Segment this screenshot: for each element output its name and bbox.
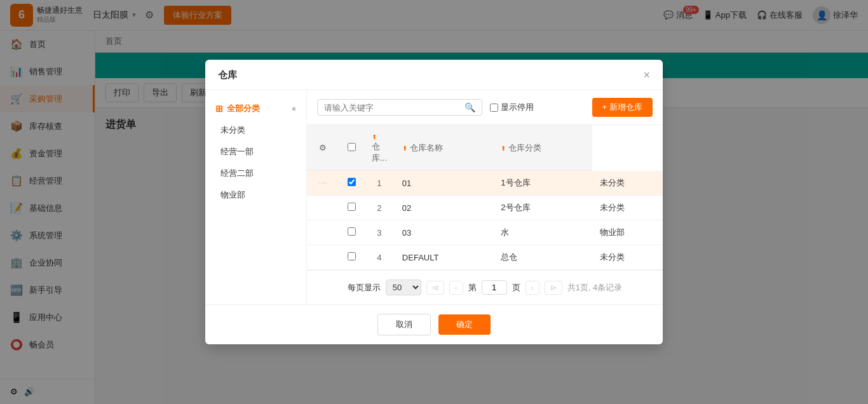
col-header-code: ⬆仓库... bbox=[364, 125, 395, 171]
modal-body: ⊞ 全部分类 « 未分类 经营一部 经营二部 物业部 🔍 bbox=[205, 90, 663, 304]
page-number-input[interactable] bbox=[482, 280, 507, 295]
category-item-ops2[interactable]: 经营二部 bbox=[205, 163, 306, 184]
confirm-button[interactable]: 确定 bbox=[438, 314, 491, 335]
page-last-button[interactable]: ⊳ bbox=[545, 281, 562, 295]
table-header-row: ⚙ ⬆仓库... ⬆仓库名称 bbox=[307, 125, 663, 171]
show-disabled-checkbox[interactable] bbox=[490, 104, 498, 112]
pagination: 每页显示 50 10 20 100 ⊲ ‹ 第 页 › ⊳ 共1页, 4条记录 bbox=[307, 270, 663, 304]
row-check-0[interactable] bbox=[339, 171, 364, 196]
table-panel: 🔍 显示停用 + 新增仓库 ⚙ bbox=[307, 90, 663, 304]
row-num-3: 4 bbox=[364, 245, 395, 270]
sort-icon-name: ⬆ bbox=[402, 145, 407, 152]
row-category-2: 物业部 bbox=[592, 220, 663, 245]
page-next-button[interactable]: › bbox=[526, 281, 539, 295]
add-warehouse-button[interactable]: + 新增仓库 bbox=[592, 98, 653, 117]
row-num-1: 2 bbox=[364, 196, 395, 220]
warehouse-modal: 仓库 × ⊞ 全部分类 « 未分类 经营一部 经营二部 物业部 bbox=[205, 60, 663, 344]
page-first-button[interactable]: ⊲ bbox=[426, 281, 444, 295]
row-check-2[interactable] bbox=[339, 220, 364, 245]
table-row[interactable]: 4 DEFAULT 总仓 未分类 bbox=[307, 245, 663, 270]
table-row[interactable]: 2 02 2号仓库 未分类 bbox=[307, 196, 663, 220]
modal-overlay[interactable]: 仓库 × ⊞ 全部分类 « 未分类 经营一部 经营二部 物业部 bbox=[0, 0, 868, 404]
cancel-button[interactable]: 取消 bbox=[377, 314, 431, 335]
category-item-property[interactable]: 物业部 bbox=[205, 184, 306, 206]
modal-title: 仓库 bbox=[218, 69, 237, 81]
row-checkbox-2[interactable] bbox=[348, 227, 356, 236]
row-checkbox-0[interactable] bbox=[348, 178, 356, 186]
collapse-btn[interactable]: « bbox=[292, 104, 296, 113]
table-row[interactable]: 3 03 水 物业部 bbox=[307, 220, 663, 245]
category-panel: ⊞ 全部分类 « 未分类 经营一部 经营二部 物业部 bbox=[205, 90, 307, 304]
row-check-1[interactable] bbox=[339, 196, 364, 220]
category-item-unclassified[interactable]: 未分类 bbox=[205, 119, 306, 141]
row-checkbox-1[interactable] bbox=[348, 203, 356, 211]
row-settings-0[interactable]: ··· bbox=[307, 171, 339, 196]
page-label: 第 bbox=[468, 282, 477, 293]
page-size-label: 每页显示 bbox=[348, 282, 381, 293]
page-size-select[interactable]: 50 10 20 100 bbox=[386, 279, 421, 295]
show-disabled-label[interactable]: 显示停用 bbox=[490, 102, 534, 113]
row-code-1: 02 bbox=[395, 196, 493, 220]
row-name-0: 1号仓库 bbox=[493, 171, 592, 196]
page-prev-button[interactable]: ‹ bbox=[449, 281, 463, 295]
search-box: 🔍 bbox=[317, 99, 482, 116]
row-category-1: 未分类 bbox=[592, 196, 663, 220]
page-total-info: 共1页, 4条记录 bbox=[567, 282, 623, 293]
page-unit: 页 bbox=[512, 282, 520, 293]
row-category-3: 未分类 bbox=[592, 245, 663, 270]
row-checkbox-3[interactable] bbox=[348, 252, 356, 260]
modal-footer: 取消 确定 bbox=[205, 304, 663, 344]
show-disabled-text: 显示停用 bbox=[501, 102, 534, 113]
row-settings-3[interactable] bbox=[307, 245, 339, 270]
row-code-2: 03 bbox=[395, 220, 493, 245]
search-input[interactable] bbox=[324, 103, 465, 112]
sort-icon-category: ⬆ bbox=[501, 145, 506, 152]
sort-icon-code: ⬆ bbox=[372, 133, 377, 140]
row-code-3: DEFAULT bbox=[395, 245, 493, 270]
all-category-header[interactable]: ⊞ 全部分类 « bbox=[205, 98, 306, 119]
warehouse-table: ⚙ ⬆仓库... ⬆仓库名称 bbox=[307, 125, 663, 270]
row-settings-2[interactable] bbox=[307, 220, 339, 245]
row-num-2: 3 bbox=[364, 220, 395, 245]
all-category-label: 全部分类 bbox=[227, 103, 260, 114]
row-name-3: 总仓 bbox=[493, 245, 592, 270]
col-header-settings: ⚙ bbox=[307, 125, 339, 171]
row-settings-1[interactable] bbox=[307, 196, 339, 220]
modal-header: 仓库 × bbox=[205, 60, 663, 90]
row-dots-btn[interactable]: ··· bbox=[318, 177, 327, 188]
select-all-checkbox[interactable] bbox=[348, 143, 356, 151]
row-name-1: 2号仓库 bbox=[493, 196, 592, 220]
row-num-0: 1 bbox=[364, 171, 395, 196]
grid-icon: ⊞ bbox=[215, 104, 223, 114]
row-check-3[interactable] bbox=[339, 245, 364, 270]
warehouse-table-wrapper: ⚙ ⬆仓库... ⬆仓库名称 bbox=[307, 125, 663, 270]
row-name-2: 水 bbox=[493, 220, 592, 245]
category-item-ops1[interactable]: 经营一部 bbox=[205, 141, 306, 163]
col-header-category: ⬆仓库分类 bbox=[493, 125, 592, 171]
row-code-0: 01 bbox=[395, 171, 493, 196]
modal-close-button[interactable]: × bbox=[643, 69, 650, 82]
table-row[interactable]: ··· 1 01 1号仓库 未分类 bbox=[307, 171, 663, 196]
col-header-check bbox=[339, 125, 364, 171]
row-category-0: 未分类 bbox=[592, 171, 663, 196]
table-toolbar: 🔍 显示停用 + 新增仓库 bbox=[307, 90, 663, 125]
search-icon[interactable]: 🔍 bbox=[465, 102, 475, 112]
col-header-name: ⬆仓库名称 bbox=[395, 125, 493, 171]
